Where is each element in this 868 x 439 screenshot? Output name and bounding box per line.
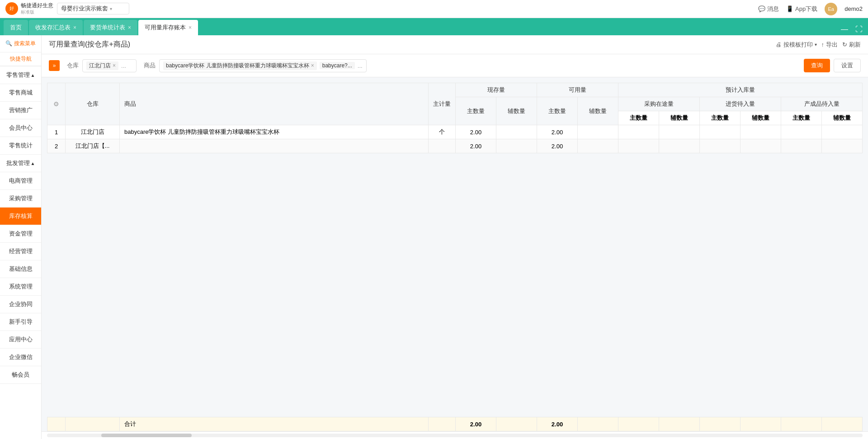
warehouse-tag-close[interactable]: × (113, 62, 116, 69)
sidebar-item-basics[interactable]: 基础信息 (0, 260, 41, 278)
col-header-product-main: 主数量 (781, 111, 822, 125)
sidebar-nav-label: 快捷导航 (10, 56, 32, 62)
row2-avail-main: 2.00 (537, 139, 578, 153)
sidebar-item-retail-mgmt[interactable]: 零售管理 ▲ (0, 66, 41, 84)
col-header-warehouse: 仓库 (66, 83, 120, 125)
sidebar-item-member[interactable]: 会员中心 (0, 119, 41, 137)
username: demo2 (844, 5, 863, 12)
print-icon: 🖨 (776, 41, 782, 48)
sidebar-item-finance[interactable]: 资金管理 (0, 225, 41, 243)
sidebar-item-retail-mall[interactable]: 零售商城 (0, 84, 41, 102)
brand-info: 畅捷通好生意 标准版 (21, 2, 53, 15)
sidebar-item-app-center-label: 应用中心 (9, 335, 33, 344)
row1-stock-main: 2.00 (456, 125, 496, 139)
top-bar-right: 💬 消息 📱 App下载 Ea demo2 (758, 3, 863, 15)
sidebar-item-retail-mgmt-label: 零售管理 (6, 71, 30, 79)
sidebar-search[interactable]: 🔍 搜索菜单 (0, 35, 41, 52)
content-area: 可用量查询(按仓库+商品) 🖨 按模板打印 ▾ ↑ 导出 ↻ 刷新 (42, 35, 868, 439)
col-header-purchase-main: 主数量 (618, 111, 659, 125)
col-header-product-aux: 辅数量 (822, 111, 863, 125)
settings-icon[interactable]: ⚙ (53, 100, 59, 108)
page-title: 可用量查询(按仓库+商品) (49, 40, 130, 49)
sidebar-search-label: 搜索菜单 (14, 40, 36, 47)
sidebar-item-inventory-label: 库存核算 (9, 212, 33, 220)
sidebar-item-finance-label: 资金管理 (9, 230, 33, 238)
row2-unit (429, 139, 456, 153)
expand-icon: » (53, 62, 56, 69)
tab-order-stat[interactable]: 要货单统计表 × (84, 20, 137, 35)
footer-p5 (781, 417, 822, 431)
export-btn[interactable]: ↑ 导出 (821, 41, 838, 49)
tab-minimize-btn[interactable]: — (839, 24, 850, 35)
table-row: 1 江北门店 babycare学饮杯 儿童防摔防撞吸管杯重力球吸嘴杯宝宝水杯 个… (47, 125, 863, 139)
warehouse-tag: 江北门店 × (86, 61, 118, 70)
row1-product-main (781, 125, 822, 139)
sidebar-item-enterprise-wechat[interactable]: 企业微信 (0, 349, 41, 366)
sidebar-item-member2[interactable]: 畅会员 (0, 366, 41, 384)
tab-available-stock-label: 可用量库存账本 (145, 24, 186, 32)
tab-receive-close[interactable]: × (73, 24, 76, 31)
print-label: 按模板打印 (783, 41, 813, 49)
filter-expand-btn[interactable]: » (49, 60, 60, 71)
tab-order-stat-close[interactable]: × (128, 24, 131, 31)
chevron-icon: ▲ (31, 73, 35, 78)
sidebar-item-ecommerce[interactable]: 电商管理 (0, 172, 41, 190)
account-selector[interactable]: 母婴行业演示账套 ▾ (57, 3, 129, 14)
col-header-purchase-aux: 辅数量 (659, 111, 700, 125)
sidebar-item-operations[interactable]: 经营管理 (0, 243, 41, 260)
logo-icon: 好 (5, 2, 18, 15)
sidebar: 🔍 搜索菜单 快捷导航 零售管理 ▲ 零售商城 营销推广 会员中心 零售统计 批… (0, 35, 42, 439)
app-download-btn[interactable]: 📱 App下载 (786, 5, 817, 13)
warehouse-filter-input[interactable]: 江北门店 × ... (82, 59, 137, 72)
sidebar-item-app-center[interactable]: 应用中心 (0, 331, 41, 349)
sidebar-item-inventory[interactable]: 库存核算 (0, 208, 41, 225)
col-header-goods-main: 主数量 (700, 111, 741, 125)
sidebar-item-purchase[interactable]: 采购管理 (0, 190, 41, 208)
sidebar-item-marketing[interactable]: 营销推广 (0, 102, 41, 119)
tab-available-stock-close[interactable]: × (189, 24, 192, 31)
row2-stock-main: 2.00 (456, 139, 496, 153)
sidebar-item-member-label: 会员中心 (9, 124, 33, 132)
sidebar-item-wholesale-mgmt[interactable]: 批发管理 ▲ (0, 155, 41, 172)
col-header-stock-main: 主数量 (456, 97, 496, 125)
sidebar-item-retail-mall-label: 零售商城 (9, 89, 33, 97)
settings-btn[interactable]: 设置 (834, 59, 861, 72)
tab-available-stock[interactable]: 可用量库存账本 × (138, 20, 198, 35)
sidebar-nav[interactable]: 快捷导航 (0, 52, 41, 66)
sidebar-item-retail-stats[interactable]: 零售统计 (0, 137, 41, 155)
row1-warehouse: 江北门店 (66, 125, 120, 139)
refresh-btn[interactable]: ↻ 刷新 (842, 41, 861, 49)
sidebar-item-system[interactable]: 系统管理 (0, 278, 41, 296)
sidebar-item-wholesale-mgmt-label: 批发管理 (6, 159, 30, 167)
filter-actions: 查询 设置 (804, 59, 861, 72)
logo-area: 好 畅捷通好生意 标准版 (5, 2, 53, 15)
query-btn[interactable]: 查询 (804, 59, 830, 72)
app-icon: 📱 (786, 5, 793, 12)
export-icon: ↑ (821, 41, 825, 48)
warehouse-filter-more[interactable]: ... (121, 62, 126, 69)
footer-p2 (659, 417, 700, 431)
tab-receive-label: 收发存汇总表 (35, 24, 71, 32)
scroll-track[interactable] (47, 434, 863, 437)
row2-product-aux (822, 139, 863, 153)
filter-bar: » 仓库 江北门店 × ... 商品 babycare学饮杯 儿童防摔防撞吸管杯… (42, 54, 868, 77)
col-header-goods-pending: 进货待入量 (700, 97, 781, 111)
footer-p1 (618, 417, 659, 431)
tab-home[interactable]: 首页 (4, 20, 28, 35)
tab-receive[interactable]: 收发存汇总表 × (29, 20, 83, 35)
bottom-bar (42, 431, 868, 439)
product-tag-close[interactable]: × (311, 62, 314, 69)
avatar[interactable]: Ea (825, 3, 837, 15)
footer-row: 合计 2.00 2.00 (47, 417, 863, 431)
product-filter-more[interactable]: ... (358, 62, 363, 69)
tab-expand-btn[interactable]: ⛶ (854, 24, 864, 35)
message-btn[interactable]: 💬 消息 (758, 5, 779, 13)
product-filter-input[interactable]: babycare学饮杯 儿童防摔防撞吸管杯重力球吸嘴杯宝宝水杯 × babyca… (159, 59, 367, 72)
scroll-thumb[interactable] (101, 434, 192, 437)
product-tag2: babycare?... (320, 62, 355, 69)
print-btn[interactable]: 🖨 按模板打印 ▾ (776, 41, 817, 49)
warehouse-filter-label: 仓库 (67, 61, 79, 70)
sidebar-item-newbie[interactable]: 新手引导 (0, 313, 41, 331)
row2-stock-aux (496, 139, 537, 153)
sidebar-item-enterprise[interactable]: 企业协同 (0, 296, 41, 313)
